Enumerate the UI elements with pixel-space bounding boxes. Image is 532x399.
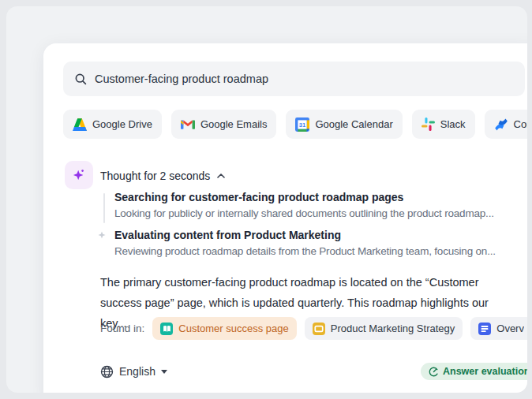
svg-text:31: 31 [299, 121, 306, 128]
ai-avatar [65, 161, 93, 189]
thought-step-title: Searching for customer-facing product ro… [114, 191, 403, 203]
connector-chip-google-drive[interactable]: Google Drive [63, 110, 162, 139]
connector-label: Google Drive [92, 118, 152, 130]
thought-step-connector-line [103, 193, 105, 223]
thought-step-diamond-icon [98, 231, 106, 239]
chevron-up-icon [217, 173, 225, 178]
app-backdrop: Customer-facing product roadmap Google D… [6, 6, 527, 393]
confluence-icon [494, 117, 508, 132]
thought-summary-label: Thought for 2 seconds [100, 170, 210, 182]
book-icon [160, 323, 173, 335]
found-in-label: Found in: [100, 323, 144, 334]
found-in-row: Found in: Customer success page Product … [100, 317, 527, 340]
answer-evaluation-label: Answer evaluation [443, 366, 527, 377]
connector-chip-slack[interactable]: Slack [412, 110, 475, 139]
connector-chip-google-calendar[interactable]: 31 Google Calendar [286, 110, 402, 139]
answer-evaluation-badge[interactable]: Answer evaluation [421, 363, 527, 380]
source-label: Product Marketing Strategy [331, 323, 455, 334]
search-input[interactable]: Customer-facing product roadmap [63, 62, 525, 96]
gmail-icon [181, 119, 195, 130]
document-icon [478, 323, 491, 335]
language-label: English [119, 365, 155, 378]
found-in-chip-customer-success-page[interactable]: Customer success page [152, 317, 296, 340]
language-selector[interactable]: English [100, 362, 167, 381]
gauge-icon [429, 367, 439, 377]
caret-down-icon [161, 370, 167, 374]
connector-chips-row: Google Drive Google Emails [63, 110, 527, 139]
slack-icon [421, 117, 435, 131]
found-in-chip-overview[interactable]: Overview [470, 317, 527, 340]
card-icon [313, 323, 325, 335]
connector-label: Google Emails [200, 118, 268, 130]
search-query-text: Customer-facing product roadmap [95, 73, 268, 85]
connector-chip-confluence[interactable]: Confluence [485, 110, 527, 139]
google-drive-icon [73, 118, 87, 131]
search-icon [74, 73, 88, 86]
source-label: Customer success page [178, 323, 288, 334]
thought-step-description: Looking for publicly or internally share… [114, 207, 494, 219]
connector-label: Slack [440, 118, 466, 130]
thought-step-title: Evaluating content from Product Marketin… [114, 229, 341, 241]
thought-step-description: Reviewing product roadmap details from t… [114, 245, 496, 257]
globe-icon [100, 365, 114, 378]
connector-label: Confluence [514, 118, 527, 130]
thought-summary-toggle[interactable]: Thought for 2 seconds [100, 167, 225, 185]
source-label: Overview [496, 323, 527, 334]
connector-label: Google Calendar [315, 118, 392, 130]
found-in-chip-product-marketing-strategy[interactable]: Product Marketing Strategy [305, 317, 463, 340]
google-calendar-icon: 31 [295, 117, 309, 132]
sparkle-icon [71, 167, 87, 183]
found-in-chip-partial[interactable] [524, 317, 527, 340]
connector-chip-google-emails[interactable]: Google Emails [171, 110, 277, 139]
search-result-card: Customer-facing product roadmap Google D… [43, 43, 527, 393]
